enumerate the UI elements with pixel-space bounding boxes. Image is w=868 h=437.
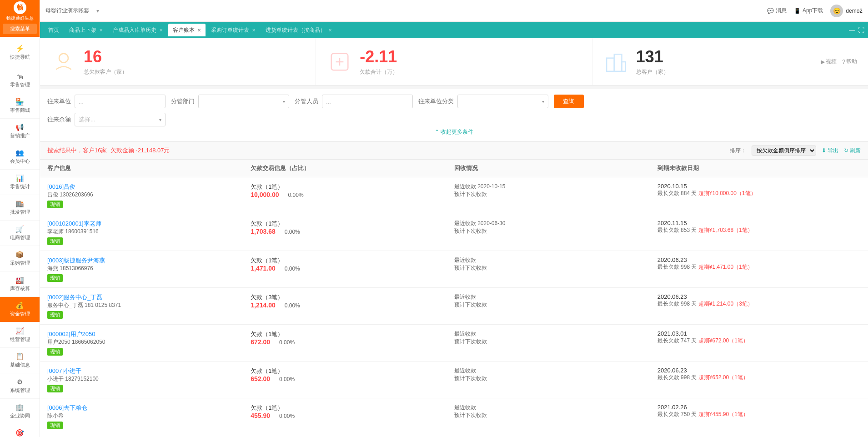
overdue-cell: 2021.03.01 最长欠款 747 天 超期¥672.00（1笔） (657, 330, 861, 356)
recent-collection: 最近收款 (454, 404, 657, 412)
person-input[interactable]: ... (322, 95, 413, 108)
customer-code[interactable]: [0002]服务中心_丁磊 (47, 293, 251, 301)
sidebar-item-basic-info[interactable]: 📋 基础信息 (0, 348, 40, 373)
overdue-amount[interactable]: 超期¥1,471.00（1笔） (698, 264, 753, 270)
debt-amount: 1,214.00 (251, 301, 276, 309)
tab-stock-stats-close[interactable]: ✕ (328, 28, 332, 33)
tabbar-minimize-button[interactable]: — (849, 26, 855, 34)
overdue-info: 最长欠款 884 天 超期¥10,000.00（1笔） (657, 190, 861, 197)
view-video-button[interactable]: ▶ 视频 (821, 58, 837, 65)
col-overdue-date: 到期未收款日期 (657, 164, 861, 172)
customer-code[interactable]: [0016]吕俊 (47, 183, 251, 191)
customer-code[interactable]: [0003]畅捷服务尹海燕 (47, 256, 251, 265)
col-debt-info: 欠款交易信息（占比） (251, 164, 454, 172)
sort-select[interactable]: 按欠款金额倒序排序 (752, 146, 816, 156)
unit-class-select[interactable]: ▾ (457, 95, 548, 108)
sidebar-item-retail-store[interactable]: 🏪 零售商城 (0, 93, 40, 119)
overdue-amount[interactable]: 超期¥10,000.00（1笔） (698, 190, 756, 196)
sidebar-item-marketing[interactable]: 📢 营销推广 (0, 119, 40, 144)
company-dropdown-icon[interactable]: ▾ (96, 8, 99, 14)
unit-class-arrow-icon: ▾ (542, 99, 544, 104)
message-label: 消息 (776, 7, 787, 15)
customer-code[interactable]: [000002]用户2050 (47, 330, 251, 338)
customer-code[interactable]: [0006]去下粮仓 (47, 404, 251, 412)
overdue-days: 最长欠款 998 天 (657, 264, 698, 270)
recovery-cell: 最近收款 预计下次收款 (454, 256, 657, 282)
filter-balance: 往来余额 选择... ▾ (47, 113, 166, 126)
sidebar-item-label: 电商管理 (10, 234, 30, 241)
customer-code[interactable]: [0001020001]李老师 (47, 220, 251, 228)
tab-product-status-close[interactable]: ✕ (99, 28, 103, 33)
sidebar-item-enterprise[interactable]: 🏢 企业协同 (0, 399, 40, 424)
tab-home[interactable]: 首页 (44, 24, 64, 36)
tab-stock-stats[interactable]: 进货单统计表（按商品） ✕ (261, 24, 336, 36)
company-name: 母婴行业演示账套 (45, 7, 89, 15)
search-button[interactable]: 查询 (554, 95, 584, 108)
sidebar-item-ecommerce[interactable]: 🛒 电商管理 (0, 221, 40, 246)
collapse-bar[interactable]: ⌃ 收起更多条件 (47, 128, 861, 136)
customer-code[interactable]: [0007]小进干 (47, 367, 251, 375)
debt-info-cell: 欠款（1笔） 1,471.00 0.00% (251, 256, 454, 282)
tab-product-history-close[interactable]: ✕ (159, 28, 163, 33)
tab-product-history-label: 产成品入库单历史 (113, 26, 156, 34)
overdue-cell: 2020.06.23 最长欠款 998 天 超期¥1,471.00（1笔） (657, 256, 861, 282)
debt-amount: 455.90 (251, 412, 270, 419)
balance-select[interactable]: 选择... ▾ (75, 113, 166, 126)
debt-info-cell: 欠款（1笔） 652.00 0.00% (251, 367, 454, 392)
debt-amount: 10,000.00 (251, 191, 279, 198)
sidebar-item-label: 系统管理 (10, 387, 30, 394)
debt-count: 欠款（1笔） (251, 367, 454, 375)
message-button[interactable]: 💬 消息 (767, 7, 787, 15)
dept-arrow-icon: ▾ (283, 99, 285, 104)
refresh-button[interactable]: ↻ 刷新 (844, 147, 861, 155)
tab-product-history[interactable]: 产成品入库单历史 ✕ (108, 24, 167, 36)
overdue-info: 最长欠款 747 天 超期¥672.00（1笔） (657, 337, 861, 345)
tabbar-maximize-button[interactable]: ⛶ (858, 26, 864, 34)
user-menu[interactable]: 😊 demo2 (830, 5, 863, 17)
overdue-date: 2020.11.15 (657, 220, 861, 226)
sidebar-item-finance[interactable]: 💰 资金管理 (0, 297, 40, 322)
export-button[interactable]: ⬇ 导出 (822, 147, 838, 155)
search-menu-button[interactable]: 搜索菜单 (3, 24, 37, 34)
sidebar-item-quick-nav[interactable]: ⚡ 快捷导航 (0, 40, 40, 64)
stat-card-debt-customers: 16 总欠款客户（家） (40, 38, 316, 85)
sidebar-item-label: 营销推广 (10, 132, 30, 139)
overdue-cell: 2021.02.26 最长欠款 750 天 超期¥455.90（1笔） (657, 404, 861, 429)
customer-tag: 现销 (47, 385, 63, 392)
overdue-days: 最长欠款 853 天 (657, 227, 698, 233)
sidebar-item-wholesale[interactable]: 🏬 批发管理 (0, 195, 40, 221)
overdue-amount[interactable]: 超期¥652.00（1笔） (698, 374, 748, 381)
table-row: [0016]吕俊 吕俊 13026203696 现销 欠款（1笔） 10,000… (40, 177, 868, 214)
sidebar-search-area: 搜索菜单 (0, 22, 40, 37)
sidebar-item-label: 零售管理 (10, 81, 30, 88)
customer-info-cell: [0007]小进干 小进干 18279152100 现销 (47, 367, 251, 392)
overdue-amount[interactable]: 超期¥455.90（1笔） (698, 411, 748, 417)
debt-info-cell: 欠款（1笔） 10,000.00 0.00% (251, 183, 454, 208)
recent-collection: 最近收款 (454, 330, 657, 338)
sidebar-item-newbie[interactable]: 🎯 新手引导 (0, 424, 40, 437)
customer-phone: 陈小希 (47, 412, 251, 420)
sidebar-item-system[interactable]: ⚙ 系统管理 (0, 373, 40, 399)
app-download-button[interactable]: 📱 App下载 (794, 7, 823, 15)
customer-unit-input[interactable]: ... (75, 95, 166, 108)
tab-purchase-order[interactable]: 采购订单统计表 ✕ (206, 24, 260, 36)
tab-purchase-order-close[interactable]: ✕ (252, 28, 256, 33)
tab-customer-account[interactable]: 客户账本 ✕ (168, 24, 206, 36)
sidebar-item-operations[interactable]: 📈 经营管理 (0, 322, 40, 348)
customer-unit-label: 往来单位 (47, 97, 71, 105)
sidebar-item-purchase[interactable]: 📦 采购管理 (0, 246, 40, 271)
tab-product-status[interactable]: 商品上下架 ✕ (65, 24, 107, 36)
quick-nav-section: ⚡ 快捷导航 (0, 37, 40, 68)
debt-count: 欠款（1笔） (251, 183, 454, 191)
dept-select[interactable]: ▾ (198, 95, 289, 108)
overdue-amount[interactable]: 超期¥1,214.00（3笔） (698, 301, 753, 307)
help-button[interactable]: ? 帮助 (842, 58, 857, 65)
overdue-amount[interactable]: 超期¥672.00（1笔） (698, 337, 748, 344)
sidebar-item-retail-mgmt[interactable]: 🛍 零售管理 (0, 68, 40, 93)
overdue-amount[interactable]: 超期¥1,703.68（1笔） (698, 227, 753, 233)
retail-store-icon: 🏪 (15, 98, 24, 106)
sidebar-item-inventory[interactable]: 🏭 库存核算 (0, 271, 40, 297)
tab-customer-account-close[interactable]: ✕ (197, 28, 201, 33)
sidebar-item-member[interactable]: 👥 会员中心 (0, 144, 40, 170)
sidebar-item-retail-stats[interactable]: 📊 零售统计 (0, 170, 40, 195)
